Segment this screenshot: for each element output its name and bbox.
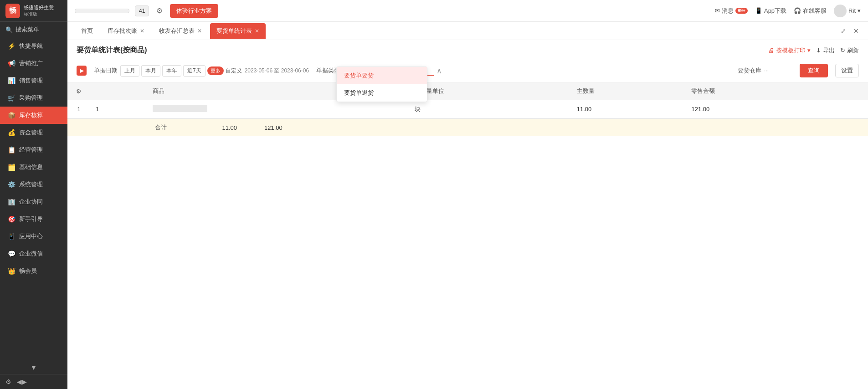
date-last-7-days-button[interactable]: 近7天: [183, 65, 205, 77]
tab-close-all-button[interactable]: ✕: [852, 26, 861, 36]
user-profile[interactable]: Rit ▾: [834, 5, 861, 17]
product-placeholder: [153, 105, 207, 112]
user-name: Rit: [848, 7, 856, 14]
sidebar-item-label: 企业协同: [19, 198, 43, 206]
date-filter-label: 单据日期: [94, 67, 118, 75]
sidebar-item-label: 基础信息: [19, 163, 43, 171]
marketing-icon: 📢: [7, 60, 15, 67]
appstore-icon: 📱: [7, 233, 15, 240]
sidebar-search[interactable]: 🔍 搜索菜单: [0, 22, 67, 37]
tabbar: 首页 库存批次账 ✕ 收发存汇总表 ✕ 要货单统计表 ✕ ⤢ ✕: [67, 22, 868, 40]
sales-icon: 📊: [7, 77, 15, 84]
date-last-month-button[interactable]: 上月: [120, 65, 139, 77]
sidebar-item-label: 系统管理: [19, 180, 43, 189]
tab-collect-summary-label: 收发存汇总表: [159, 27, 195, 35]
warehouse-more-button[interactable]: ···: [764, 67, 769, 74]
main-area: 41 ⚙ 体验行业方案 ✉ 消息 99+ 📱 App下载 🎧 在线客服 Rit …: [67, 0, 868, 389]
refresh-button[interactable]: ↻ 刷新: [840, 46, 859, 55]
sidebar-item-sales[interactable]: 📊 销售管理: [0, 72, 67, 89]
basic-icon: 🗂️: [7, 164, 15, 171]
sidebar-item-member[interactable]: 👑 畅会员: [0, 262, 67, 280]
headset-icon: 🎧: [794, 7, 801, 14]
sidebar-item-basic[interactable]: 🗂️ 基础信息: [0, 159, 67, 176]
wechat-icon: 💬: [7, 250, 15, 257]
tab-home[interactable]: 首页: [75, 23, 99, 39]
app-download-item[interactable]: 📱 App下载: [755, 7, 786, 15]
sidebar-item-finance[interactable]: 💰 资金管理: [0, 124, 67, 141]
sidebar-item-system[interactable]: ⚙️ 系统管理: [0, 176, 67, 193]
type-dropdown-button[interactable]: ∧: [437, 67, 442, 75]
tab-maximize-button[interactable]: ⤢: [839, 26, 848, 36]
sidebar-item-label: 销售管理: [19, 77, 43, 85]
settings-icon[interactable]: ⚙: [5, 378, 11, 385]
print-template-label: 按模板打印: [776, 46, 806, 55]
messages-item[interactable]: ✉ 消息 99+: [715, 7, 748, 15]
date-custom-button[interactable]: 自定义: [226, 67, 242, 75]
export-icon: ⬇: [816, 47, 821, 54]
row-amount: 121.00: [686, 100, 824, 118]
query-button[interactable]: 查询: [800, 64, 828, 77]
messages-badge: 99+: [735, 8, 748, 14]
tab-order-stats-label: 要货单统计表: [216, 27, 252, 35]
trial-button[interactable]: 体验行业方案: [170, 4, 218, 18]
tab-collect-summary[interactable]: 收发存汇总表 ✕: [153, 23, 208, 39]
app-download-label: App下载: [764, 7, 786, 15]
tab-batch-account-close[interactable]: ✕: [140, 28, 144, 34]
sidebar-item-operations[interactable]: 📋 经营管理: [0, 141, 67, 159]
enterprise-icon: 🏢: [7, 198, 15, 205]
tab-order-stats-close[interactable]: ✕: [255, 28, 259, 34]
date-more-badge[interactable]: 更多: [207, 67, 224, 75]
filter-expand-button[interactable]: ▶: [77, 66, 87, 76]
filter-bar: ▶ 单据日期 上月 本月 本年 近7天 更多 自定义 2023-05-06 至 …: [67, 59, 868, 82]
row-product: [147, 100, 409, 118]
warehouse-filter-group: 要货仓库 ···: [738, 67, 792, 75]
operations-icon: 📋: [7, 146, 15, 154]
data-table: ⚙ 商品 主计量单位 主数量 零售金额 1 1: [67, 82, 868, 118]
col-settings[interactable]: ⚙: [67, 82, 90, 100]
export-button[interactable]: ⬇ 导出: [816, 46, 835, 55]
search-icon: 🔍: [5, 26, 13, 33]
footer-label: 合计: [73, 123, 173, 132]
dropdown-item-order-goods[interactable]: 要货单要货: [337, 67, 427, 84]
date-this-month-button[interactable]: 本月: [141, 65, 160, 77]
sidebar-item-enterprise[interactable]: 🏢 企业协同: [0, 193, 67, 210]
topbar-settings-button[interactable]: ⚙: [154, 5, 164, 17]
online-service-item[interactable]: 🎧 在线客服: [794, 7, 827, 15]
system-icon: ⚙️: [7, 181, 15, 188]
tab-order-stats[interactable]: 要货单统计表 ✕: [210, 23, 266, 39]
tab-collect-summary-close[interactable]: ✕: [197, 28, 202, 34]
collapse-icon[interactable]: ◀▶: [17, 378, 27, 385]
app-name: 畅捷通好生意: [24, 4, 54, 10]
tab-batch-account[interactable]: 库存批次账 ✕: [101, 23, 151, 39]
sidebar-item-purchase[interactable]: 🛒 采购管理: [0, 89, 67, 107]
print-template-button[interactable]: 🖨 按模板打印 ▾: [768, 46, 811, 55]
export-label: 导出: [823, 46, 835, 55]
sidebar-item-quick-nav[interactable]: ⚡ 快捷导航: [0, 37, 67, 55]
messages-label: 消息: [722, 7, 734, 15]
sidebar-item-wechat[interactable]: 💬 企业微信: [0, 245, 67, 262]
sidebar-scroll-down[interactable]: ▼: [0, 361, 67, 374]
user-dropdown-icon: ▾: [858, 7, 861, 14]
dropdown-item-order-return[interactable]: 要货单退货: [337, 84, 427, 102]
date-this-year-button[interactable]: 本年: [162, 65, 181, 77]
tab-batch-account-label: 库存批次账: [108, 27, 137, 35]
sidebar-item-marketing[interactable]: 📢 营销推广: [0, 55, 67, 72]
num-badge: 41: [135, 5, 149, 16]
sidebar-item-appstore[interactable]: 📱 应用中心: [0, 228, 67, 245]
sidebar-nav: ⚡ 快捷导航 📢 营销推广 📊 销售管理 🛒 采购管理 📦 库存核算 💰 资金管…: [0, 37, 67, 361]
topbar-left: 41 ⚙ 体验行业方案: [75, 4, 715, 18]
member-icon: 👑: [7, 267, 15, 275]
page-header: 要货单统计表(按商品) 🖨 按模板打印 ▾ ⬇ 导出 ↻ 刷新: [67, 40, 868, 59]
col-amount-header: 零售金额: [686, 82, 824, 100]
topbar: 41 ⚙ 体验行业方案 ✉ 消息 99+ 📱 App下载 🎧 在线客服 Rit …: [67, 0, 868, 22]
col-index: [90, 82, 147, 100]
sidebar-item-guide[interactable]: 🎯 新手引导: [0, 210, 67, 228]
sidebar-item-label: 应用中心: [19, 232, 43, 241]
row-quantity: 11.00: [571, 100, 686, 118]
date-filter-group: 单据日期 上月 本月 本年 近7天 更多 自定义 2023-05-06 至 20…: [94, 65, 309, 77]
filter-settings-button[interactable]: 设置: [835, 64, 859, 77]
app-logo: 畅 畅捷通好生意 标准版: [0, 0, 67, 22]
sidebar-item-inventory[interactable]: 📦 库存核算: [0, 107, 67, 124]
row-unit: 块: [409, 100, 571, 118]
print-dropdown-icon: ▾: [807, 47, 811, 54]
